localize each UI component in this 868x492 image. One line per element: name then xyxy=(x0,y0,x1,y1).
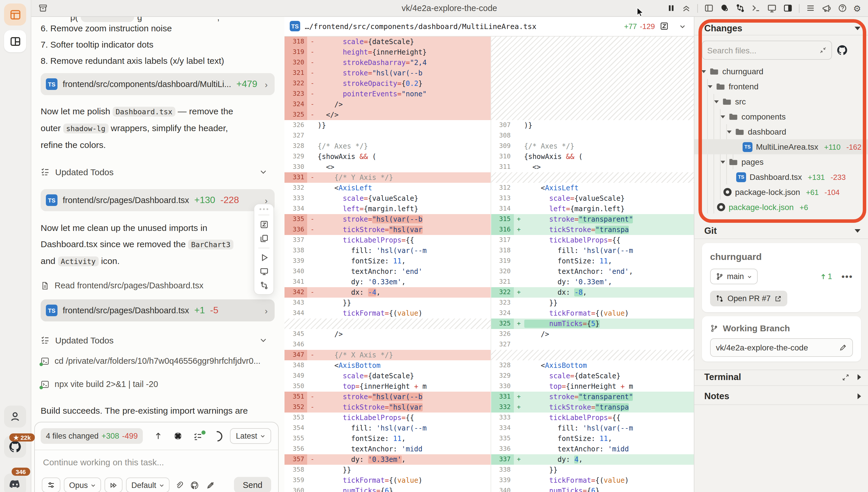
left-rail: ★22k 346 xyxy=(0,0,31,492)
diff-panel: TS …/frontend/src/components/dashboard/M… xyxy=(284,16,694,492)
run-icon[interactable] xyxy=(259,253,268,262)
collapse-diagonal-icon[interactable] xyxy=(819,46,827,54)
diff-context-line: 328 <AxisBottom xyxy=(490,360,694,371)
search-files-input[interactable]: Search files... xyxy=(702,41,832,60)
diff-context-line: 308 xyxy=(490,130,694,141)
github-icon[interactable] xyxy=(189,481,201,489)
diff-context-line: 337 tickLabelProps={{ xyxy=(284,235,490,245)
archive-icon[interactable] xyxy=(38,3,48,13)
settings-gear-icon[interactable]: ⚙ xyxy=(853,4,861,13)
github-icon xyxy=(9,440,22,453)
tree-folder-components[interactable]: components xyxy=(695,109,868,124)
diff-context-line: 328{/* Axes */} xyxy=(284,141,490,151)
terminal-command-row[interactable]: npx vite build 2>&1 | tail -20 xyxy=(41,378,275,390)
ink-blob-icon[interactable] xyxy=(720,3,729,13)
file-diff-chip[interactable]: TSfrontend/src/pages/Dashboard.tsx+130-2… xyxy=(41,189,275,211)
mode-dropdown[interactable]: Default xyxy=(126,477,170,492)
diff-row: 325+ numTicks={5} xyxy=(284,319,694,329)
file-diff-chip[interactable]: TSfrontend/src/pages/Dashboard.tsx+1-5› xyxy=(41,299,275,321)
megaphone-icon[interactable] xyxy=(821,3,831,13)
working-branch-input[interactable]: vk/4e2a-explore-the-code xyxy=(710,338,853,357)
expand-icon[interactable] xyxy=(842,373,849,381)
updated-todos-row[interactable]: Updated Todos xyxy=(41,167,275,177)
diff-row: 353 tickLabelProps={{333 tickLabelProps=… xyxy=(284,413,694,423)
tree-folder-dashboard[interactable]: dashboard xyxy=(695,124,868,139)
pen-icon[interactable] xyxy=(204,481,216,489)
scroll-to-top-icon[interactable] xyxy=(152,432,164,440)
tree-folder-frontend[interactable]: frontend xyxy=(695,79,868,94)
spark-icon[interactable] xyxy=(172,432,184,440)
ts-file-icon: TS xyxy=(743,142,752,152)
git-compare-icon[interactable] xyxy=(735,3,745,13)
message-input[interactable]: Continue working on this task... xyxy=(35,450,278,467)
pause-icon[interactable] xyxy=(667,4,675,12)
diff-row: 320- strokeDasharray="2,4 xyxy=(284,57,694,68)
diff-context-line: 332 <AxisLeft xyxy=(284,183,490,193)
expand-notes-icon[interactable] xyxy=(858,393,861,399)
notes-section-title[interactable]: Notes xyxy=(704,391,729,401)
chevron-down-icon[interactable] xyxy=(260,336,267,344)
file-diff-chip[interactable]: TSfrontend/src/components/dashboard/Mult… xyxy=(41,73,275,95)
open-pr-button[interactable]: Open PR #7 xyxy=(710,291,788,306)
double-chevron-up-icon[interactable] xyxy=(681,3,690,13)
updated-todos-row[interactable]: Updated Todos xyxy=(41,335,275,345)
expand-terminal-icon[interactable] xyxy=(858,374,861,380)
changes-section-title[interactable]: Changes xyxy=(704,23,742,34)
copy-icon[interactable] xyxy=(259,234,268,243)
fast-forward-button[interactable] xyxy=(105,477,123,492)
diff-context-line: 313 scale={valueScale} xyxy=(490,193,694,204)
terminal-command-row[interactable]: cd /private/var/folders/10/h7w0q46556ggr… xyxy=(41,355,275,367)
panel-right-icon[interactable] xyxy=(783,3,792,13)
tree-file-MultiLineArea.tsx[interactable]: TSMultiLineArea.tsx+110-162 xyxy=(695,139,868,154)
attach-icon[interactable] xyxy=(173,481,185,489)
git-compare-icon[interactable] xyxy=(259,281,268,290)
push-ahead-count[interactable]: 1 xyxy=(820,272,832,281)
drag-handle-icon[interactable] xyxy=(260,208,268,210)
edit-pencil-icon[interactable] xyxy=(839,343,847,351)
chevron-down-icon[interactable] xyxy=(679,23,686,29)
tree-folder-src[interactable]: src xyxy=(695,94,868,109)
git-section-title[interactable]: Git xyxy=(704,226,717,236)
terminal-section-title[interactable]: Terminal xyxy=(704,372,741,382)
collapse-git-icon[interactable] xyxy=(855,229,861,233)
tree-file-package-lock.json[interactable]: package-lock.json+61-104 xyxy=(695,184,868,200)
branch-dropdown[interactable]: main xyxy=(710,269,758,284)
files-changed-chip[interactable]: 4 files changed +308 -499 xyxy=(41,428,143,444)
github-button[interactable]: ★22k xyxy=(4,436,26,458)
todos-status-icon[interactable] xyxy=(192,432,204,441)
diff-row: 342- dx: -4,322+ dx: -8, xyxy=(284,287,694,298)
discord-button[interactable]: 346 xyxy=(4,473,26,492)
board-view-button[interactable] xyxy=(4,30,26,52)
diff-context-line: 345 /> xyxy=(284,329,490,339)
menu-icon[interactable] xyxy=(805,3,815,13)
terminal-prompt-icon[interactable] xyxy=(751,3,760,13)
inline-code: BarChart3 xyxy=(188,240,233,249)
terminal-icon xyxy=(41,356,49,365)
help-icon[interactable] xyxy=(838,3,847,13)
more-options-icon[interactable]: ••• xyxy=(841,271,853,282)
monitor-icon[interactable] xyxy=(259,267,268,276)
workspace-layout-button[interactable] xyxy=(4,3,26,26)
panel-left-icon[interactable] xyxy=(704,3,713,13)
tree-file-package-lock.json[interactable]: package-lock.json+6 xyxy=(695,200,868,215)
tree-folder-churnguard[interactable]: churnguard xyxy=(695,64,868,79)
diff-mode-icon[interactable] xyxy=(660,22,669,31)
tree-folder-pages[interactable]: pages xyxy=(695,154,868,169)
tree-file-Dashboard.tsx[interactable]: TSDashboard.tsx+131-233 xyxy=(695,169,868,184)
latest-dropdown[interactable]: Latest xyxy=(230,428,271,444)
app-window: ★22k 346 vk/4e2a-explore-the-code ⚙ xyxy=(0,0,868,492)
send-button[interactable]: Send xyxy=(234,477,271,492)
github-icon[interactable] xyxy=(837,45,848,56)
composer: 4 files changed +308 -499 Latest xyxy=(34,422,279,492)
options-button[interactable] xyxy=(42,477,61,492)
profile-button[interactable] xyxy=(4,405,26,427)
model-dropdown[interactable]: Opus xyxy=(64,477,101,492)
diff-view-icon[interactable] xyxy=(259,220,268,229)
diff-context-line: 343 }} xyxy=(284,298,490,308)
collapse-changes-icon[interactable] xyxy=(855,27,861,30)
chevron-down-icon[interactable] xyxy=(260,168,267,175)
diff-removed-line: 320- strokeDasharray="2,4 xyxy=(284,57,490,68)
diff-row: 349 scale={dateScale}329 scale={dateScal… xyxy=(284,371,694,381)
monitor-icon[interactable] xyxy=(767,3,777,13)
read-file-row[interactable]: Read frontend/src/pages/Dashboard.tsx xyxy=(41,280,275,291)
